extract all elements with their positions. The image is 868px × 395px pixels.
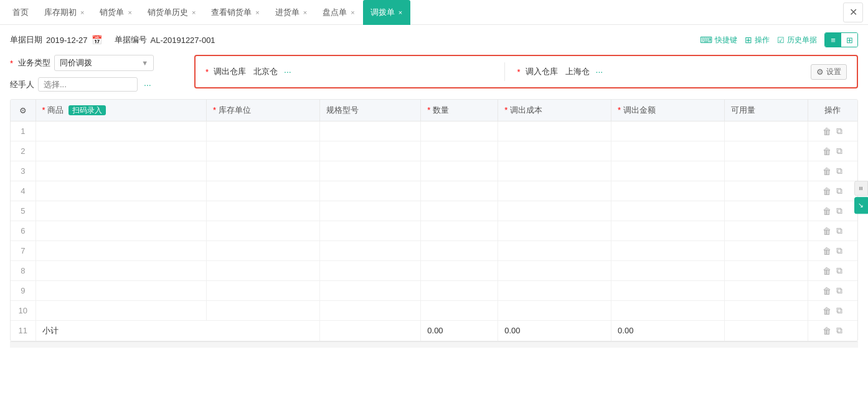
cell-cost[interactable]: [498, 181, 611, 201]
tab-view-sales[interactable]: 查看销货单 ×: [204, 0, 267, 25]
copy-icon[interactable]: ⧉: [836, 245, 842, 256]
cell-available[interactable]: [724, 121, 808, 141]
view-grid-button[interactable]: ⊞: [841, 33, 857, 47]
cell-unit[interactable]: [206, 141, 319, 161]
cell-spec[interactable]: [319, 121, 420, 141]
cell-cost[interactable]: [498, 201, 611, 221]
cell-spec[interactable]: [319, 261, 420, 281]
cell-product[interactable]: [35, 261, 206, 281]
biz-type-select[interactable]: 同价调拨 ▼: [54, 55, 154, 71]
cell-qty[interactable]: [421, 181, 498, 201]
cell-cost[interactable]: [498, 121, 611, 141]
tab-sales-history-close[interactable]: ×: [192, 9, 196, 16]
cell-unit[interactable]: [206, 121, 319, 141]
view-list-button[interactable]: ≡: [825, 33, 841, 47]
delete-icon[interactable]: 🗑: [823, 206, 831, 216]
copy-icon[interactable]: ⧉: [836, 285, 842, 296]
copy-icon[interactable]: ⧉: [836, 126, 842, 136]
cell-qty[interactable]: [421, 241, 498, 261]
tab-purchase-order[interactable]: 进货单 ×: [268, 0, 315, 25]
cell-qty[interactable]: [421, 141, 498, 161]
copy-icon[interactable]: ⧉: [836, 146, 842, 156]
copy-icon[interactable]: ⧉: [836, 186, 842, 196]
tab-transfer-close[interactable]: ×: [399, 9, 402, 16]
cell-unit[interactable]: [206, 281, 319, 301]
cell-qty[interactable]: [421, 301, 498, 321]
cell-amount[interactable]: [611, 301, 725, 321]
tab-inventory-count-close[interactable]: ×: [351, 9, 354, 16]
delete-icon[interactable]: 🗑: [823, 266, 831, 276]
delete-icon[interactable]: 🗑: [823, 126, 831, 136]
out-warehouse-more-button[interactable]: ···: [281, 67, 294, 77]
cell-unit[interactable]: [206, 301, 319, 321]
cell-qty[interactable]: [421, 201, 498, 221]
cell-amount[interactable]: [611, 281, 725, 301]
cell-amount[interactable]: [611, 221, 725, 241]
cell-cost[interactable]: [498, 141, 611, 161]
cell-available[interactable]: [724, 241, 808, 261]
cell-product[interactable]: [35, 141, 206, 161]
cell-spec[interactable]: [319, 161, 420, 181]
cell-cost[interactable]: [498, 241, 611, 261]
handler-more-button[interactable]: ···: [141, 80, 154, 90]
window-close-button[interactable]: ✕: [843, 2, 863, 22]
delete-icon[interactable]: 🗑: [823, 246, 831, 256]
tab-sales-order-close[interactable]: ×: [128, 9, 131, 16]
tab-sales-order[interactable]: 销货单 ×: [92, 0, 139, 25]
th-gear[interactable]: ⚙: [11, 100, 35, 121]
history-action[interactable]: ☑ 历史单据: [777, 35, 817, 45]
cell-spec[interactable]: [319, 181, 420, 201]
cell-spec[interactable]: [319, 221, 420, 241]
delete-icon[interactable]: 🗑: [823, 186, 831, 196]
cell-available[interactable]: [724, 301, 808, 321]
doc-float-button[interactable]: ≡: [854, 181, 868, 196]
tab-view-sales-close[interactable]: ×: [255, 9, 259, 16]
shortcut-action[interactable]: ⌨ 快捷键: [700, 35, 737, 45]
copy-icon[interactable]: ⧉: [836, 325, 842, 336]
cell-spec[interactable]: [319, 241, 420, 261]
cell-unit[interactable]: [206, 181, 319, 201]
cell-product[interactable]: [35, 181, 206, 201]
copy-icon[interactable]: ⧉: [836, 166, 842, 176]
cell-spec[interactable]: [319, 141, 420, 161]
cell-available[interactable]: [724, 161, 808, 181]
cell-available[interactable]: [724, 181, 808, 201]
calendar-icon[interactable]: 📅: [92, 35, 102, 45]
cell-unit[interactable]: [206, 201, 319, 221]
cell-cost[interactable]: [498, 221, 611, 241]
cell-available[interactable]: [724, 201, 808, 221]
cell-available[interactable]: [724, 141, 808, 161]
cell-amount[interactable]: [611, 241, 725, 261]
cell-product[interactable]: [35, 241, 206, 261]
delete-icon[interactable]: 🗑: [823, 286, 831, 296]
cell-product[interactable]: [35, 281, 206, 301]
cell-cost[interactable]: [498, 261, 611, 281]
tab-purchase-order-close[interactable]: ×: [303, 9, 307, 16]
cell-product[interactable]: [35, 121, 206, 141]
in-warehouse-more-button[interactable]: ···: [593, 67, 606, 77]
cell-product[interactable]: [35, 221, 206, 241]
delete-icon[interactable]: 🗑: [823, 146, 831, 156]
cell-unit[interactable]: [206, 161, 319, 181]
cell-amount[interactable]: [611, 121, 725, 141]
cell-cost[interactable]: [498, 301, 611, 321]
cell-amount[interactable]: [611, 201, 725, 221]
cell-spec[interactable]: [319, 301, 420, 321]
cell-amount[interactable]: [611, 261, 725, 281]
cell-qty[interactable]: [421, 261, 498, 281]
scan-badge-button[interactable]: 扫码录入: [68, 105, 106, 115]
delete-icon[interactable]: 🗑: [823, 306, 831, 316]
cell-spec[interactable]: [319, 281, 420, 301]
settings-button[interactable]: ⚙ 设置: [811, 64, 847, 80]
tab-sales-history[interactable]: 销货单历史 ×: [140, 0, 204, 25]
cell-unit[interactable]: [206, 221, 319, 241]
operation-action[interactable]: ⊞ 操作: [745, 35, 770, 45]
tab-inventory-init[interactable]: 库存期初 ×: [37, 0, 92, 25]
cell-product[interactable]: [35, 161, 206, 181]
copy-icon[interactable]: ⧉: [836, 226, 842, 236]
cell-cost[interactable]: [498, 281, 611, 301]
tab-home[interactable]: 首页: [5, 0, 37, 25]
cell-amount[interactable]: [611, 181, 725, 201]
tab-transfer[interactable]: 调拨单 ×: [363, 0, 410, 25]
cell-cost[interactable]: [498, 161, 611, 181]
